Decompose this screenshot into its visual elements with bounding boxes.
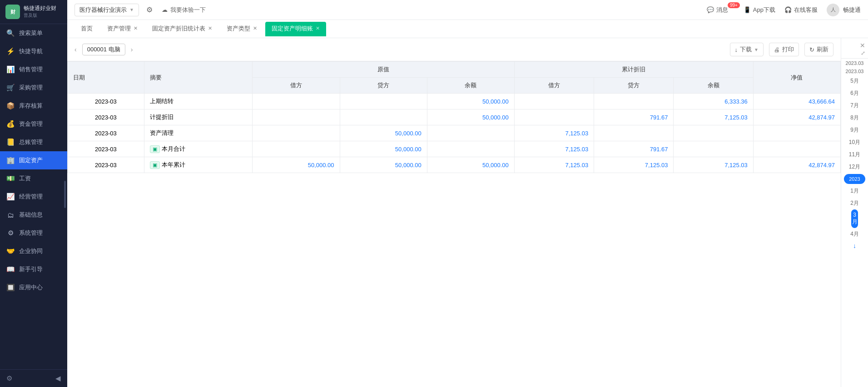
timeline-expand-btn[interactable]: ⤢: [861, 50, 868, 56]
user-profile[interactable]: 人 畅捷通: [827, 4, 861, 16]
tab-close-asset-type[interactable]: ✕: [253, 25, 257, 31]
cell-value: 42,874.97: [753, 109, 840, 125]
timeline-month[interactable]: 1月: [850, 185, 859, 197]
timeline-header: ✕ ⤢: [841, 38, 868, 59]
refresh-btn[interactable]: ↻ 刷新: [804, 43, 833, 56]
settings-footer-icon[interactable]: ⚙: [6, 374, 12, 382]
th-date: 日期: [68, 62, 144, 94]
apps-icon: 🔲: [6, 283, 15, 292]
timeline-month[interactable]: 6月: [849, 87, 860, 99]
tab-asset-type[interactable]: 资产类型 ✕: [220, 22, 263, 36]
messages-badge: 99+: [728, 2, 740, 8]
sidebar-item-sales[interactable]: 📊 销售管理: [0, 60, 67, 79]
download-btn[interactable]: ↓ 下载 ▼: [730, 43, 764, 56]
cell-value: [514, 94, 594, 109]
asset-badge: 000001 电脑: [82, 44, 125, 55]
tab-depreciation[interactable]: 固定资产折旧统计表 ✕: [146, 22, 218, 36]
timeline-month[interactable]: 4月: [850, 228, 859, 240]
cell-value: 50,000.00: [427, 94, 514, 109]
sidebar-item-guide[interactable]: 📖 新手引导: [0, 260, 67, 278]
cell-value: 7,125.03: [514, 125, 594, 141]
sidebar-item-collab[interactable]: 🤝 企业协同: [0, 242, 67, 260]
cell-summary: ▣本年累计: [144, 157, 253, 173]
experience-btn[interactable]: ☁ 我要体验一下: [162, 6, 206, 14]
timeline-close-btn[interactable]: ✕: [860, 42, 868, 49]
main-area: 医疗器械行业演示 ▼ ⚙ ☁ 我要体验一下 💬 消息 99+ 📱 App下载 🎧…: [67, 0, 868, 387]
company-dropdown-arrow: ▼: [129, 7, 134, 12]
next-asset-btn[interactable]: ›: [131, 46, 133, 53]
th-orig-debit: 借方: [253, 78, 340, 94]
cell-value: [427, 125, 514, 141]
search-icon: 🔍: [6, 29, 15, 37]
sidebar-item-quick-nav[interactable]: ⚡ 快捷导航: [0, 42, 67, 60]
operations-icon: 📈: [6, 193, 15, 201]
timeline-month[interactable]: 12月: [849, 161, 860, 173]
cell-value: 50,000.00: [253, 157, 340, 173]
table-row: 2023-03▣本月合计50,000.007,125.03791.67: [68, 141, 841, 157]
timeline-month[interactable]: 10月: [849, 136, 860, 149]
cell-value: [753, 125, 840, 141]
timeline-year-badge[interactable]: 2023: [844, 174, 865, 184]
customer-service-btn[interactable]: 🎧 在线客服: [784, 6, 818, 14]
tab-close-asset-detail[interactable]: ✕: [316, 25, 320, 31]
sidebar-item-funds[interactable]: 💰 资金管理: [0, 115, 67, 133]
cell-summary: ▣本月合计: [144, 141, 253, 157]
topbar-right: 💬 消息 99+ 📱 App下载 🎧 在线客服 人 畅捷通: [707, 4, 861, 16]
sidebar-logo: 财 畅捷通好业财 普及版: [0, 0, 67, 24]
basics-icon: 🗂: [6, 211, 15, 219]
cell-value: [674, 141, 753, 157]
messages-btn[interactable]: 💬 消息 99+: [707, 6, 734, 14]
print-btn[interactable]: 🖨 打印: [769, 43, 799, 56]
cell-summary: 上期结转: [144, 94, 253, 109]
cell-date: 2023-03: [68, 125, 144, 141]
sidebar-item-purchase[interactable]: 🛒 采购管理: [0, 79, 67, 97]
collapse-sidebar-icon[interactable]: ◀: [55, 374, 61, 382]
table-row: 2023-03资产清理50,000.007,125.03: [68, 125, 841, 141]
tab-asset-mgmt[interactable]: 资产管理 ✕: [101, 22, 144, 36]
timeline-month[interactable]: 3月: [851, 209, 858, 228]
logo-icon: 财: [5, 5, 20, 19]
sidebar-item-fixed-assets[interactable]: 🏢 固定资产: [0, 151, 67, 169]
row-tag: ▣: [150, 145, 160, 153]
prev-asset-btn[interactable]: ‹: [74, 46, 77, 53]
company-settings-icon[interactable]: ⚙: [146, 5, 153, 14]
timeline-month[interactable]: 11月: [849, 149, 860, 161]
cell-date: 2023-03: [68, 157, 144, 173]
panel-toolbar: ‹ 000001 电脑 › ↓ 下载 ▼ 🖨 打印 ↻: [67, 38, 841, 61]
cell-date: 2023-03: [68, 94, 144, 109]
cell-value: 791.67: [594, 109, 674, 125]
timeline-month[interactable]: 5月: [849, 75, 860, 87]
sidebar-item-basics[interactable]: 🗂 基础信息: [0, 206, 67, 224]
tab-home[interactable]: 首页: [74, 22, 99, 36]
timeline-months-before: 5月6月7月8月9月10月11月12月: [849, 75, 860, 173]
timeline-month[interactable]: 7月: [849, 99, 860, 112]
sidebar-item-inventory[interactable]: 📦 库存核算: [0, 97, 67, 115]
print-icon: 🖨: [774, 46, 780, 53]
cell-value: 7,125.03: [674, 157, 753, 173]
cell-value: [253, 141, 340, 157]
tab-close-depreciation[interactable]: ✕: [208, 25, 212, 31]
tab-asset-detail[interactable]: 固定资产明细账 ✕: [265, 22, 326, 36]
sidebar-item-operations[interactable]: 📈 经营管理: [0, 188, 67, 206]
sidebar-item-apps[interactable]: 🔲 应用中心: [0, 278, 67, 297]
company-selector[interactable]: 医疗器械行业演示 ▼: [74, 4, 139, 16]
timeline-down-arrow[interactable]: ↓: [851, 240, 858, 251]
ledger-icon: 📒: [6, 138, 15, 146]
cell-value: 43,666.64: [753, 94, 840, 109]
timeline-panel: ✕ ⤢ 2023.03 2023.03 5月6月7月8月9月10月11月12月 …: [841, 38, 868, 387]
timeline-month[interactable]: 8月: [849, 112, 860, 124]
cell-value: [594, 94, 674, 109]
tab-close-asset-mgmt[interactable]: ✕: [134, 25, 138, 31]
app-download-btn[interactable]: 📱 App下载: [744, 6, 775, 14]
timeline-month[interactable]: 2月: [850, 197, 859, 209]
sidebar-item-payroll[interactable]: 💵 工资: [0, 169, 67, 188]
sidebar-item-system[interactable]: ⚙ 系统管理: [0, 224, 67, 242]
refresh-icon: ↻: [809, 46, 814, 53]
cell-value: [753, 141, 840, 157]
sidebar-item-ledger[interactable]: 📒 总账管理: [0, 133, 67, 151]
cell-summary: 资产清理: [144, 125, 253, 141]
th-net-value: 净值: [753, 62, 840, 94]
timeline-month[interactable]: 9月: [849, 124, 860, 136]
cell-value: [340, 94, 427, 109]
sidebar-item-search[interactable]: 🔍 搜索菜单: [0, 24, 67, 42]
